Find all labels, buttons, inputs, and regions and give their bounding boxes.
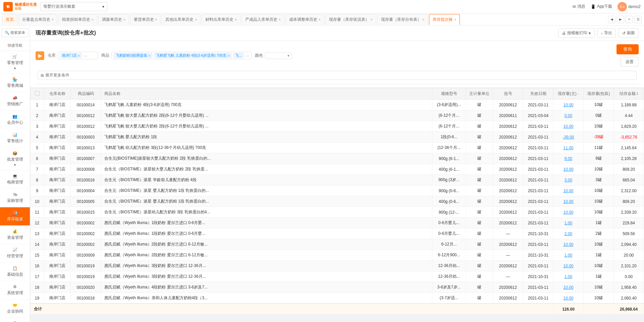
close-icon[interactable]: × xyxy=(279,18,281,21)
close-icon[interactable]: × xyxy=(454,18,456,21)
sidebar-item-sys-mgmt[interactable]: ⚙ 系统管理 xyxy=(0,281,30,300)
tab-home[interactable]: 首页 xyxy=(2,14,17,25)
sidebar-item-ecommerce[interactable]: 💻 电商管理 xyxy=(0,170,30,189)
table-row: 4南岸门店00100003飞鹤星飞帆 婴儿配方奶粉 1段1段(0-6...罐20… xyxy=(31,132,644,143)
more-icon[interactable]: ··· xyxy=(83,53,87,58)
close-icon[interactable]: × xyxy=(92,18,94,21)
color-filter-input[interactable]: ▾ xyxy=(265,52,292,59)
td-stock-main[interactable]: 11.00 xyxy=(553,143,584,153)
td-stock-main[interactable]: 0.00 xyxy=(553,110,584,121)
chevron-down-icon: ▼ xyxy=(13,163,16,167)
close-icon[interactable]: × xyxy=(123,18,125,21)
close-icon[interactable]: × xyxy=(195,18,197,21)
td-stock-main[interactable]: 10.00 xyxy=(553,207,584,218)
tab-batch-ledger[interactable]: 库存批次账 × xyxy=(429,14,460,25)
quick-nav-btn[interactable]: 快捷导航 xyxy=(0,40,30,51)
td-warehouse: 南岸门店 xyxy=(44,110,71,121)
warehouse-filter-group: 仓库 南岸门店 × ··· xyxy=(48,52,98,59)
select-all-checkbox[interactable] xyxy=(35,91,40,96)
td-stock-main[interactable]: 9.00 xyxy=(553,153,584,164)
tab-split-inventory[interactable]: 分量盘点单历史 × xyxy=(18,14,57,25)
tab-disassemble[interactable]: 组装拆卸单历史 × xyxy=(58,14,97,25)
sidebar-item-basic-info[interactable]: 📋 基础信息 xyxy=(0,263,30,281)
info-icon[interactable]: ℹ xyxy=(637,92,638,96)
tab-product-in[interactable]: 产成品入库单历史 × xyxy=(241,14,284,25)
close-icon[interactable]: × xyxy=(319,18,321,21)
sidebar-item-new-guide[interactable]: 🎯 新手引导 xyxy=(0,318,30,322)
template-print-btn[interactable]: 🖨 按模板打印 ▾ xyxy=(558,28,594,38)
td-warehouse: 南岸门店 xyxy=(44,282,71,293)
close-icon[interactable]: × xyxy=(371,18,373,21)
tab-material-out[interactable]: 材料出库单历史 × xyxy=(202,14,240,25)
td-stock-main[interactable]: -39.00 xyxy=(553,132,584,143)
sidebar-item-retail-shop[interactable]: 🏪 零售商城 xyxy=(0,74,30,92)
sidebar-item-retail-mgmt[interactable]: 🛒 零售管理 ▼ xyxy=(0,51,30,74)
td-stock-main[interactable]: 10.00 xyxy=(553,164,584,175)
td-warehouse: 南岸门店 xyxy=(44,271,71,282)
warehouse-tag-close-icon[interactable]: × xyxy=(78,54,80,58)
sidebar-item-enterprise[interactable]: 🤝 企业协同 xyxy=(0,300,30,318)
close-icon[interactable]: × xyxy=(155,18,157,21)
tab-stock-status[interactable]: 现存量（库存状况表） × xyxy=(325,14,376,25)
more-icon[interactable]: ··· xyxy=(245,53,249,58)
user-profile[interactable]: Ea demo2 xyxy=(618,2,641,11)
message-btn[interactable]: ✉ 消息 xyxy=(573,4,585,9)
td-balance: 509.56 xyxy=(614,228,644,239)
setting-btn[interactable]: 设置 xyxy=(621,57,639,67)
filter-toggle-btn[interactable]: ▶ xyxy=(36,51,44,60)
tab-close-all-btn[interactable]: × xyxy=(626,16,633,23)
sidebar-item-inventory[interactable]: 🏭 库存核算 xyxy=(0,207,30,226)
td-batch: 20200612 xyxy=(493,218,523,228)
sidebar-item-marketing[interactable]: 📣 营销推广 xyxy=(0,92,30,111)
export-btn[interactable]: ↓ 导出 xyxy=(597,28,616,38)
td-stock-main[interactable]: 10.00 xyxy=(553,293,584,304)
tab-menu-btn[interactable]: ☰ xyxy=(634,16,642,23)
refresh-btn[interactable]: ↺ 刷新 xyxy=(619,28,639,38)
td-stock-main[interactable]: 1.00 xyxy=(553,250,584,261)
td-stock-main[interactable]: 1.00 xyxy=(553,218,584,228)
app-download-btn[interactable]: 📱 App下载 xyxy=(591,4,612,9)
tab-transfer[interactable]: 调拨单历史 × xyxy=(98,14,129,25)
td-stock-main[interactable]: 3.00 xyxy=(553,175,584,185)
td-stock-main[interactable]: 10.00 xyxy=(553,100,584,110)
td-stock-main[interactable]: 10.00 xyxy=(553,239,584,250)
td-balance: -3,652.76 xyxy=(614,132,644,143)
close-icon[interactable]: × xyxy=(52,18,54,21)
sidebar-item-finance[interactable]: 💰 资金管理 xyxy=(0,226,30,244)
td-stock-main[interactable]: 1.00 xyxy=(553,271,584,282)
tab-other-out[interactable]: 其他出库单历史 × xyxy=(162,14,201,25)
search-menu-btn[interactable]: 🔍 搜索菜单 xyxy=(1,28,29,37)
query-btn[interactable]: 查询 xyxy=(616,44,639,54)
sidebar-item-ops-mgmt[interactable]: 📈 经营管理 xyxy=(0,244,30,263)
expand-more-btn[interactable]: ⊞ 展开更多条件 xyxy=(38,71,637,80)
tab-stock-dist[interactable]: 现存量（库存分布表） × xyxy=(377,14,428,25)
product-tag-3: 飞... xyxy=(233,53,244,58)
close-icon[interactable]: × xyxy=(423,18,425,21)
td-stock-main[interactable]: 10.00 xyxy=(553,121,584,132)
tab-scroll-left-btn[interactable]: ◀ xyxy=(608,16,615,23)
tab-request[interactable]: 要货单历史 × xyxy=(130,14,161,25)
sidebar-item-member-center[interactable]: 👥 会员中心 xyxy=(0,111,30,129)
product-tag-2-close-icon[interactable]: × xyxy=(227,54,229,58)
td-stock-main[interactable]: 10.00 xyxy=(553,196,584,207)
td-warehouse: 南岸门店 xyxy=(44,100,71,110)
product-filter-input[interactable]: 飞鹤奶粉3段两提装 × 飞鹤星飞帆 儿童奶粉 4段(3-6岁适用) 700克 ×… xyxy=(111,52,252,59)
td-stock-main[interactable]: 10.00 xyxy=(553,282,584,293)
td-stock-main[interactable]: 10.00 xyxy=(553,261,584,271)
product-filter-label: 商品 xyxy=(101,53,109,58)
sidebar-item-wholesale-mgmt[interactable]: 📦 批发管理 ▼ xyxy=(0,148,30,170)
close-icon[interactable]: × xyxy=(235,18,237,21)
td-stock-main[interactable]: 10.00 xyxy=(553,185,584,196)
warehouse-filter-input[interactable]: 南岸门店 × ··· xyxy=(58,52,98,59)
tab-cost-adjust[interactable]: 成本调整单历史 × xyxy=(285,14,324,25)
tab-scroll-right-btn[interactable]: ▶ xyxy=(617,16,624,23)
td-code: 00100002 xyxy=(71,239,101,250)
td-unit: 罐 xyxy=(466,271,493,282)
product-tag-1-close-icon[interactable]: × xyxy=(148,54,150,58)
sidebar-item-purchase[interactable]: 🛍 采购管理 xyxy=(0,189,30,207)
workspace-selector[interactable]: 母婴行业演示账套 ▾ xyxy=(40,2,107,11)
td-expire: 2021-03-11 xyxy=(523,100,553,110)
td-stock-main[interactable]: 2.00 xyxy=(553,228,584,239)
sidebar-item-retail-stats[interactable]: 📊 零售统计 xyxy=(0,129,30,148)
refresh-icon: ↺ xyxy=(622,31,626,36)
